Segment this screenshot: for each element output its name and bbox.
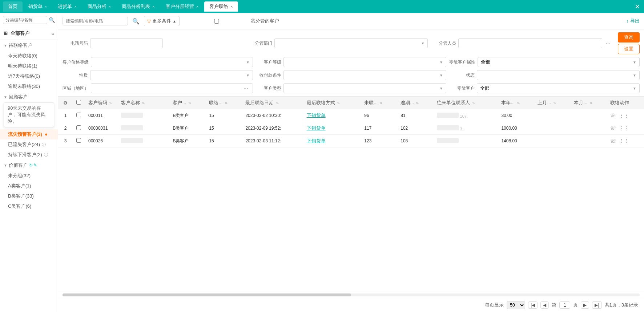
sidebar-item-today[interactable]: 今天待联络(0) bbox=[0, 51, 58, 61]
row-method-link-1[interactable]: 下销货单 bbox=[307, 113, 326, 118]
payment-select[interactable]: ▼ bbox=[283, 70, 446, 80]
person-select[interactable] bbox=[458, 38, 602, 48]
sidebar-item-unclassified[interactable]: 未分组(32) bbox=[0, 171, 58, 181]
my-customers-checkbox-area[interactable]: 我分管的客户 bbox=[184, 18, 279, 24]
horizontal-scroll-thumb[interactable] bbox=[63, 293, 351, 296]
sidebar-search-input[interactable] bbox=[3, 16, 47, 24]
th-last-method[interactable]: 最后联络方式 ⇅ bbox=[303, 97, 361, 109]
zero-customer-select[interactable]: 全部 ▼ bbox=[477, 83, 640, 93]
tab-analysis-list[interactable]: 商品分析列表 × bbox=[117, 1, 160, 12]
tab-analysis-close[interactable]: × bbox=[109, 4, 111, 9]
first-page-button[interactable]: |◀ bbox=[528, 301, 538, 309]
sidebar-item-class-b[interactable]: B类客户(33) bbox=[0, 191, 58, 201]
row-check-1[interactable] bbox=[73, 109, 85, 122]
page-number-input[interactable]: 1 bbox=[559, 301, 570, 309]
sort-uncontacted-icon[interactable]: ⇅ bbox=[379, 101, 382, 105]
tab-analysis-list-close[interactable]: × bbox=[152, 4, 154, 9]
tab-sales-close[interactable]: × bbox=[45, 4, 47, 9]
customer-type-select[interactable]: ▼ bbox=[283, 83, 446, 93]
action-more-icon-3[interactable]: ⋮⋮ bbox=[619, 138, 629, 144]
horizontal-scroll-track[interactable] bbox=[63, 293, 640, 296]
search-input[interactable] bbox=[63, 17, 128, 25]
tab-sales[interactable]: 销货单 × bbox=[23, 1, 52, 12]
setting-button[interactable]: 设置 bbox=[618, 44, 640, 54]
sidebar-item-overdue[interactable]: 逾期未联络(30) bbox=[0, 81, 58, 92]
phone-input[interactable] bbox=[90, 38, 163, 48]
sidebar-item-lost[interactable]: 已流失客户(24) ⓘ bbox=[0, 139, 58, 150]
row-checkbox-3[interactable] bbox=[76, 138, 81, 143]
my-customers-checkbox[interactable] bbox=[184, 19, 249, 24]
row-check-2[interactable] bbox=[73, 122, 85, 135]
zero-attr-select[interactable]: 全部 ▼ bbox=[478, 57, 640, 67]
sort-code-icon[interactable]: ⇅ bbox=[109, 101, 112, 105]
sidebar-group-value-customers[interactable]: ▼ 价值客户 ↻ ✎ bbox=[0, 160, 58, 171]
row-method-link-3[interactable]: 下销货单 bbox=[307, 138, 326, 143]
tab-purchase-close[interactable]: × bbox=[74, 4, 76, 9]
tab-home[interactable]: 首页 bbox=[3, 1, 23, 12]
sort-method-icon[interactable]: ⇅ bbox=[337, 101, 340, 105]
per-page-select[interactable]: 50 100 bbox=[507, 301, 525, 309]
sidebar-group-lost-customers[interactable]: ▼ 回顾客户 bbox=[0, 92, 58, 102]
th-unit-contact[interactable]: 往来单位联系人 ⇅ bbox=[433, 97, 498, 109]
row-checkbox-2[interactable] bbox=[76, 125, 81, 130]
row-method-3[interactable]: 下销货单 bbox=[303, 135, 361, 147]
sort-lmonth-icon[interactable]: ⇅ bbox=[553, 101, 556, 105]
sort-year-icon[interactable]: ⇅ bbox=[517, 101, 520, 105]
th-this-year[interactable]: 本年... ⇅ bbox=[498, 97, 534, 109]
export-button[interactable]: ↑ 导出 bbox=[627, 18, 640, 24]
th-uncontacted[interactable]: 未联... ⇅ bbox=[361, 97, 397, 109]
search-button[interactable]: 🔍 bbox=[132, 18, 140, 25]
sort-contact-icon[interactable]: ⇅ bbox=[225, 101, 228, 105]
region-select[interactable]: ··· bbox=[91, 83, 253, 93]
sort-type-icon[interactable]: ⇅ bbox=[188, 101, 191, 105]
action-phone-icon-2[interactable]: ☏ bbox=[610, 125, 617, 131]
more-conditions-button[interactable]: ▽ 更多条件 ▲ bbox=[144, 16, 180, 26]
sidebar-item-at-risk[interactable]: 流失预警客户(3) ● bbox=[0, 129, 58, 139]
row-method-2[interactable]: 下销货单 bbox=[303, 122, 361, 135]
sort-name-icon[interactable]: ⇅ bbox=[142, 101, 145, 105]
tab-customer-contact-close[interactable]: × bbox=[230, 4, 233, 9]
dept-select[interactable]: ▼ bbox=[274, 38, 428, 48]
th-this-month[interactable]: 本月... ⇅ bbox=[570, 97, 607, 109]
th-code[interactable]: 客户编码 ⇅ bbox=[85, 97, 117, 109]
th-overdue[interactable]: 逾期... ⇅ bbox=[397, 97, 433, 109]
action-more-icon-1[interactable]: ⋮⋮ bbox=[619, 113, 629, 118]
nature-select[interactable]: ▼ bbox=[90, 70, 253, 80]
tab-purchase[interactable]: 进货单 × bbox=[53, 1, 81, 12]
sidebar-item-declining[interactable]: 持续下滑客户(2) ⓘ bbox=[0, 150, 58, 160]
th-contact[interactable]: 联络... ⇅ bbox=[205, 97, 242, 109]
action-phone-icon-1[interactable]: ☏ bbox=[610, 113, 617, 118]
sort-unit-icon[interactable]: ⇅ bbox=[472, 101, 475, 105]
next-page-button[interactable]: ▶ bbox=[581, 301, 589, 309]
action-phone-icon-3[interactable]: ☏ bbox=[610, 138, 617, 144]
query-button[interactable]: 查询 bbox=[618, 32, 640, 42]
sidebar-item-class-a[interactable]: A类客户(1) bbox=[0, 181, 58, 191]
sidebar-item-tomorrow[interactable]: 明天待联络(1) bbox=[0, 61, 58, 71]
sidebar-all-customers[interactable]: ⊞ 全部客户 « bbox=[0, 27, 58, 40]
sort-tmonth-icon[interactable]: ⇅ bbox=[589, 101, 592, 105]
status-select[interactable]: ▼ bbox=[477, 70, 640, 80]
price-level-select[interactable]: ▼ bbox=[91, 57, 253, 67]
th-name[interactable]: 客户名称 ⇅ bbox=[117, 97, 169, 109]
lost-info-icon[interactable]: ⓘ bbox=[42, 142, 46, 147]
th-last-date[interactable]: 最后联络日期 ⇅ bbox=[242, 97, 303, 109]
region-more-icon[interactable]: ··· bbox=[242, 85, 250, 92]
row-method-link-2[interactable]: 下销货单 bbox=[307, 125, 326, 131]
customer-level-select[interactable]: ▼ bbox=[283, 57, 446, 67]
declining-info-icon[interactable]: ⓘ bbox=[44, 153, 48, 157]
th-last-month[interactable]: 上月... ⇅ bbox=[534, 97, 570, 109]
sidebar-search-icon[interactable]: 🔍 bbox=[49, 17, 55, 23]
select-all-checkbox[interactable] bbox=[76, 100, 81, 105]
tab-analysis[interactable]: 商品分析 × bbox=[82, 1, 116, 12]
th-type[interactable]: 客户... ⇅ bbox=[169, 97, 205, 109]
sidebar-item-7days[interactable]: 近7天待联络(0) bbox=[0, 71, 58, 81]
value-refresh-icon[interactable]: ↻ bbox=[29, 163, 33, 168]
th-check[interactable] bbox=[73, 97, 85, 109]
tab-customer-contact[interactable]: 客户联络 × bbox=[204, 1, 238, 12]
last-page-button[interactable]: ▶| bbox=[592, 301, 601, 309]
th-settings[interactable]: ⚙ bbox=[58, 97, 73, 109]
row-checkbox-1[interactable] bbox=[76, 113, 81, 117]
sort-overdue-icon[interactable]: ⇅ bbox=[416, 101, 419, 105]
tab-customer-tier[interactable]: 客户分层经营 × bbox=[161, 1, 204, 12]
row-check-3[interactable] bbox=[73, 135, 85, 147]
